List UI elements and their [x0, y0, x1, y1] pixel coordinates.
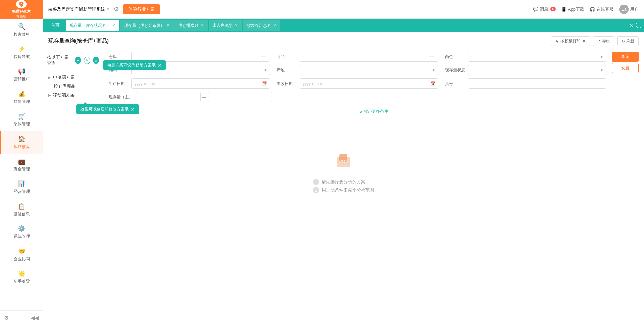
- refresh-icon: ↻: [622, 39, 625, 44]
- filter-row-4: 现存量（主） —: [109, 92, 606, 102]
- ops-icon: 📊: [18, 180, 25, 187]
- step-1-num: 1: [313, 179, 319, 185]
- tab-close-all-icon[interactable]: ✕: [629, 22, 633, 29]
- sidebar-item-finance[interactable]: 💼 资金管理: [0, 154, 43, 176]
- scheme-item-pc[interactable]: ▶ 电脑端方案: [46, 73, 103, 82]
- search-button[interactable]: 查询: [612, 52, 639, 62]
- sidebar-item-basic-label: 基础信息: [14, 211, 30, 217]
- production-date-label: 生产日期: [109, 81, 129, 87]
- filter-fields: 仓库 ··· 商品 ···: [109, 52, 606, 103]
- content-actions: 🖨 按模板打印 ▼ ↗ 导出 ↻ 刷新: [551, 36, 639, 46]
- tab-collect-summary[interactable]: 收发存汇总表 ✕: [243, 20, 280, 31]
- logo-icon: [16, 0, 27, 8]
- sidebar-item-marketing[interactable]: 📢 营销推广: [0, 64, 43, 86]
- tab-inventory-status[interactable]: 现存量（库存状况表） ✕: [66, 20, 119, 31]
- scheme-item-mobile[interactable]: ▶ 移动端方案: [46, 91, 103, 99]
- sidebar-nav: 🔍 搜索菜单 ⚡ 快捷导航 📢 营销推广 💰 销售管理 🛒 采购管理 🏠 库存核…: [0, 19, 43, 310]
- back-button[interactable]: «: [93, 57, 99, 64]
- filter-expiry-date: 失效日期 yyyy-mm-dd 📅: [277, 78, 438, 89]
- empty-illustration: [330, 147, 357, 174]
- header-left: 装备及固定资产辅助管理系统 ▼ ⚙ 体验行业方案: [48, 4, 160, 14]
- tab-batch-account[interactable]: 库存批次账 ✕: [174, 20, 208, 31]
- color-select[interactable]: ▼: [468, 52, 606, 62]
- export-button[interactable]: ↗ 导出: [593, 36, 614, 46]
- origin-select[interactable]: ▼: [300, 65, 438, 75]
- inventory-main-to[interactable]: [208, 92, 273, 102]
- tooltip-scheme-1: 电脑方案可设为移动方案哦 ✕: [103, 60, 166, 70]
- warehouse-more-icon[interactable]: ···: [262, 54, 267, 60]
- search-icon: 🔍: [18, 23, 25, 30]
- sidebar-item-inventory[interactable]: 🏠 库存核算: [0, 131, 43, 154]
- app-logo: 畅通好生意 标签版: [0, 0, 43, 19]
- production-date-input[interactable]: yyyy-mm-dd 📅: [131, 78, 270, 89]
- inventory-main-from[interactable]: [136, 92, 201, 102]
- online-support-btn[interactable]: 🎧 在线客服: [590, 6, 614, 12]
- refresh-button[interactable]: ↻ 刷新: [617, 36, 639, 46]
- trial-button[interactable]: 体验行业方案: [123, 4, 160, 14]
- tab-inout-flow[interactable]: 出入库流水 ✕: [209, 20, 242, 31]
- inventory-status-select[interactable]: ▼: [468, 65, 606, 75]
- scheme-label-pc: 电脑端方案: [53, 74, 75, 80]
- reset-button[interactable]: 设置: [612, 63, 639, 73]
- sidebar-item-inventory-label: 库存核算: [14, 144, 30, 150]
- sidebar-item-guide-label: 新手引导: [14, 279, 30, 284]
- sidebar-item-quicknav[interactable]: ⚡ 快捷导航: [0, 41, 43, 64]
- search-btn-group: 查询 设置: [612, 52, 639, 73]
- filter-row-3: 生产日期 yyyy-mm-dd 📅 失效日期 yyyy-mm-dd: [109, 78, 606, 89]
- filter-row-2: 尺码 ▼ 产地 ▼: [109, 65, 606, 75]
- tab-close-batch-account[interactable]: ✕: [201, 23, 204, 28]
- edit-scheme-button[interactable]: ✎: [84, 57, 90, 64]
- empty-state: 1 请先选择要分析的方案 2 用过滤条件来缩小分析范围: [43, 120, 644, 220]
- sidebar-item-sales[interactable]: 💰 销售管理: [0, 86, 43, 109]
- system-settings-icon[interactable]: ⚙: [114, 6, 119, 13]
- inventory-icon: 🏠: [18, 135, 25, 143]
- sidebar-item-guide[interactable]: 🌟 新手引导: [0, 266, 43, 288]
- sidebar-item-ops[interactable]: 📊 经营管理: [0, 176, 43, 199]
- sidebar-item-search-label: 搜索菜单: [14, 32, 30, 37]
- app-download-btn[interactable]: 📱 App下载: [561, 6, 584, 12]
- print-button[interactable]: 🖨 按模板打印 ▼: [551, 36, 590, 46]
- sidebar-item-basic[interactable]: 📋 基础信息: [0, 199, 43, 221]
- goods-more-icon[interactable]: ···: [430, 54, 435, 60]
- user-btn[interactable]: Ea 用户: [619, 5, 639, 14]
- tab-inventory-distribution[interactable]: 现存量（库存分布表） ✕: [120, 20, 174, 31]
- sidebar-item-purchase[interactable]: 🛒 采购管理: [0, 109, 43, 131]
- sidebar-item-system[interactable]: ⚙️ 系统管理: [0, 221, 43, 243]
- filter-goods: 商品 ···: [277, 52, 438, 62]
- scheme-label-mobile: 移动端方案: [53, 92, 75, 98]
- scheme-item-pc-sub[interactable]: 按仓库商品: [46, 82, 103, 91]
- collapse-icon[interactable]: ◀◀: [31, 315, 39, 321]
- scheme-label-pc-sub: 按仓库商品: [54, 83, 75, 89]
- tab-bar-right: ✕ ⛶: [629, 22, 641, 29]
- tooltip-1-text: 电脑方案可设为移动方案哦: [107, 62, 156, 68]
- tab-close-inventory-status[interactable]: ✕: [112, 23, 115, 28]
- scheme-arrow-mobile: ▶: [48, 93, 51, 97]
- expiry-date-label: 失效日期: [277, 81, 297, 87]
- tab-home[interactable]: 首页: [46, 20, 65, 31]
- color-label: 颜色: [445, 54, 465, 60]
- sidebar-item-corp[interactable]: 🤝 企业协同: [0, 243, 43, 266]
- more-conditions-btn[interactable]: ∧ 收起更多条件: [109, 106, 639, 117]
- tooltip-1-close[interactable]: ✕: [158, 63, 162, 68]
- system-name-dropdown[interactable]: 装备及固定资产辅助管理系统 ▼: [48, 6, 110, 12]
- inv-status-chevron-icon: ▼: [600, 68, 603, 72]
- app-tag: 标签版: [16, 14, 26, 19]
- sales-icon: 💰: [18, 90, 25, 98]
- settings-icon[interactable]: ⚙: [4, 315, 9, 321]
- sidebar-item-search[interactable]: 🔍 搜索菜单: [0, 19, 43, 41]
- tab-fullscreen-icon[interactable]: ⛶: [636, 22, 641, 29]
- goods-select[interactable]: ···: [300, 52, 438, 62]
- tooltip-2-close[interactable]: ✕: [131, 107, 135, 112]
- add-scheme-button[interactable]: +: [75, 57, 81, 64]
- sidebar: 畅通好生意 标签版 🔍 搜索菜单 ⚡ 快捷导航 📢 营销推广 💰 销售管理 🛒 …: [0, 0, 43, 325]
- expiry-date-input[interactable]: yyyy-mm-dd 📅: [300, 78, 438, 89]
- tab-close-inout-flow[interactable]: ✕: [235, 23, 238, 28]
- message-btn[interactable]: 💬 消息 6: [533, 6, 556, 12]
- sidebar-item-sales-label: 销售管理: [14, 99, 30, 105]
- tab-close-inventory-distribution[interactable]: ✕: [166, 23, 170, 28]
- tab-close-collect-summary[interactable]: ✕: [273, 23, 276, 28]
- right-filter: 仓库 ··· 商品 ···: [103, 49, 644, 120]
- top-header: 装备及固定资产辅助管理系统 ▼ ⚙ 体验行业方案 💬 消息 6 📱 App下载 …: [43, 0, 644, 19]
- header-right: 💬 消息 6 📱 App下载 🎧 在线客服 Ea 用户: [533, 5, 639, 14]
- batch-no-input[interactable]: [468, 78, 606, 89]
